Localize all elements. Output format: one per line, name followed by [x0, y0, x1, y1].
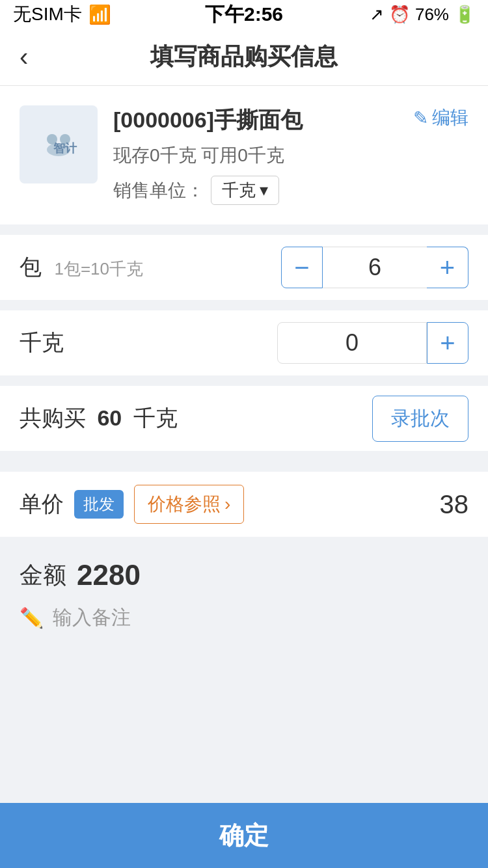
status-right: ↗ ⏰ 76% 🔋 [370, 5, 475, 25]
total-quantity: 60 [97, 405, 122, 430]
price-ref-button[interactable]: 价格参照 › [134, 485, 244, 524]
price-label: 单价 [20, 489, 64, 519]
battery-icon: 🔋 [454, 5, 475, 25]
bao-section: 包 1包=10千克 − + [0, 235, 488, 300]
edit-label: 编辑 [432, 105, 468, 130]
bao-minus-button[interactable]: − [281, 247, 323, 288]
price-tag: 批发 [74, 490, 124, 519]
unit-value: 千克 [222, 179, 256, 202]
qianke-section: 千克 + [0, 310, 488, 375]
nav-bar: ‹ 填写商品购买信息 [0, 29, 488, 86]
bao-row: 包 1包=10千克 − + [20, 235, 468, 300]
qianke-row: 千克 + [20, 310, 468, 375]
total-text: 共购买 60 千克 [20, 403, 372, 433]
battery-text: 76% [415, 5, 449, 25]
batch-button[interactable]: 录批次 [372, 396, 468, 442]
total-suffix: 千克 [133, 405, 178, 430]
pencil-icon: ✏️ [20, 606, 44, 629]
amount-label: 金额 [20, 560, 66, 591]
carrier-text: 无SIM卡 [13, 2, 82, 27]
wifi-icon: 📶 [88, 4, 111, 25]
status-time: 下午2:56 [205, 1, 283, 28]
remark-placeholder: 输入备注 [53, 604, 131, 631]
status-bar: 无SIM卡 📶 下午2:56 ↗ ⏰ 76% 🔋 [0, 0, 488, 29]
edit-icon: ✎ [413, 107, 428, 129]
bao-sublabel: 1包=10千克 [54, 259, 143, 278]
bottom-spacer [0, 651, 488, 729]
price-ref-label: 价格参照 [148, 492, 221, 517]
bao-quantity-control: − + [281, 247, 468, 288]
price-section: 单价 批发 价格参照 › 38 [0, 472, 488, 537]
alarm-icon: ⏰ [389, 5, 410, 25]
bao-label: 包 1包=10千克 [20, 252, 281, 282]
qianke-quantity-input[interactable] [277, 322, 427, 364]
amount-value: 2280 [77, 559, 141, 591]
status-left: 无SIM卡 📶 [13, 2, 111, 27]
qianke-label: 千克 [20, 328, 277, 358]
unit-select[interactable]: 千克 ▾ [211, 176, 279, 205]
page-title: 填写商品购买信息 [150, 41, 338, 73]
divider [0, 461, 488, 472]
dropdown-icon: ▾ [260, 180, 268, 200]
unit-label: 销售单位： [113, 178, 204, 203]
svg-text:智计: 智计 [53, 142, 77, 155]
product-unit-row: 销售单位： 千克 ▾ [113, 176, 468, 205]
edit-button[interactable]: ✎ 编辑 [413, 105, 468, 130]
total-prefix: 共购买 [20, 405, 86, 430]
product-section: 智计 [0000006]手撕面包 现存0千克 可用0千克 销售单位： 千克 ▾ … [0, 86, 488, 224]
location-icon: ↗ [370, 5, 384, 25]
price-row: 单价 批发 价格参照 › 38 [20, 472, 468, 537]
product-stock: 现存0千克 可用0千克 [113, 143, 468, 168]
bao-plus-button[interactable]: + [427, 247, 468, 288]
price-ref-arrow-icon: › [224, 494, 230, 515]
total-section: 共购买 60 千克 录批次 [0, 386, 488, 451]
confirm-button[interactable]: 确定 [0, 803, 488, 868]
product-logo-icon: 智计 [39, 125, 78, 164]
bao-quantity-input[interactable] [323, 247, 427, 288]
product-image: 智计 [20, 105, 98, 183]
qianke-plus-button[interactable]: + [427, 322, 468, 364]
remark-row[interactable]: ✏️ 输入备注 [20, 604, 468, 651]
amount-section: 金额 2280 ✏️ 输入备注 [0, 539, 488, 651]
price-value: 38 [440, 490, 469, 519]
amount-row: 金额 2280 [20, 559, 468, 591]
qianke-quantity-control: + [277, 322, 468, 364]
back-button[interactable]: ‹ [20, 42, 28, 72]
